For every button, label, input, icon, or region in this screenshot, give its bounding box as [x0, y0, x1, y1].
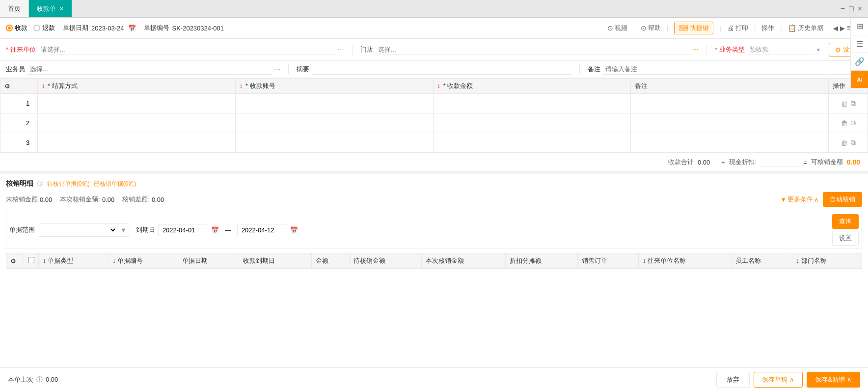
row1-amount[interactable] — [433, 94, 631, 113]
row3-notes[interactable] — [631, 133, 829, 153]
summary-input[interactable] — [311, 64, 571, 75]
divider4: | — [754, 25, 756, 32]
row1-account-input[interactable] — [236, 94, 433, 113]
done-tab[interactable]: 已核销单据(0笔) — [94, 180, 136, 188]
row1-notes[interactable] — [631, 94, 829, 113]
row2-settlement-input[interactable] — [38, 113, 235, 133]
table-gear-header[interactable]: ⚙ — [0, 79, 18, 94]
row2-notes[interactable] — [631, 113, 829, 133]
history-btn[interactable]: 📋 历史单据 — [788, 24, 823, 32]
help-btn[interactable]: ⊙ 帮助 — [641, 24, 661, 32]
business-type-input[interactable] — [747, 44, 814, 55]
row2-amount[interactable] — [433, 113, 631, 133]
sidebar-link-icon[interactable]: 🔗 — [851, 53, 868, 71]
row2-amount-input[interactable] — [434, 113, 631, 133]
print-btn[interactable]: 🖨 打印 — [727, 24, 748, 32]
query-button[interactable]: 查询 — [832, 214, 859, 229]
tab-home[interactable]: 首页 — [0, 0, 29, 17]
discount-input[interactable] — [760, 157, 799, 167]
row3-settlement[interactable] — [38, 133, 236, 153]
range-dropdown-icon[interactable]: ▼ — [117, 224, 130, 236]
row1-copy-icon[interactable]: ⧉ — [851, 99, 856, 108]
store-input[interactable] — [375, 44, 690, 55]
counterpart-more-icon[interactable]: ··· — [338, 45, 344, 54]
more-conditions-label: 更多条件 — [787, 195, 813, 204]
window-min-icon[interactable]: − — [841, 4, 845, 13]
row3-copy-icon[interactable]: ⧉ — [851, 139, 856, 147]
range-select-wrap: ▼ — [38, 223, 130, 237]
row2-settlement[interactable] — [38, 113, 236, 133]
row1-settlement-input[interactable] — [38, 94, 235, 113]
row2-copy-icon[interactable]: ⧉ — [851, 119, 856, 127]
abandon-button[interactable]: 放弃 — [716, 372, 750, 388]
save-new-button[interactable]: 保存&新增 ∧ — [807, 372, 860, 388]
salesman-more-icon[interactable]: ··· — [274, 65, 280, 74]
date-from-field: 到期日 📅 — [136, 224, 219, 236]
summary-field: 摘要 — [297, 64, 571, 75]
window-close-icon[interactable]: × — [858, 4, 862, 13]
counterpart-input[interactable] — [38, 44, 336, 55]
row2-delete-icon[interactable]: 🗑 — [841, 119, 848, 127]
tab-close-icon[interactable]: × — [60, 5, 63, 12]
date-icon[interactable]: 📅 — [128, 25, 136, 32]
form-row-2: 业务员 ··· 摘要 备注 — [0, 61, 868, 78]
date-to-calendar-icon[interactable]: 📅 — [290, 226, 298, 234]
row1-delete-icon[interactable]: 🗑 — [841, 100, 848, 108]
row3-delete-icon[interactable]: 🗑 — [841, 139, 848, 147]
row3-account-input[interactable] — [236, 133, 433, 152]
shortcut-btn[interactable]: ⌨ 快捷键 — [674, 22, 713, 34]
radio-refund-dot — [33, 25, 40, 31]
row3-amount[interactable] — [433, 133, 631, 153]
nav-left-icon[interactable]: ◀ — [833, 25, 838, 32]
window-max-icon[interactable]: □ — [849, 4, 854, 13]
row2-account-input[interactable] — [236, 113, 433, 133]
business-type-dropdown-icon[interactable]: ▼ — [816, 47, 821, 53]
save-draft-button[interactable]: 保存草稿 ∧ — [754, 372, 803, 388]
radio-receive[interactable]: 收款 — [6, 24, 27, 32]
due-label: 到期日 — [136, 225, 155, 234]
sidebar-table-icon[interactable]: ⊞ — [851, 18, 868, 35]
radio-refund[interactable]: 退款 — [33, 24, 55, 32]
row3-amount-input[interactable] — [434, 133, 631, 152]
verify-settings-label: 设置 — [839, 234, 852, 242]
range-select[interactable] — [38, 224, 117, 236]
sidebar-list-icon[interactable]: ☰ — [851, 35, 868, 53]
bottom-gear-header[interactable]: ⚙ — [6, 253, 24, 269]
auto-clear-button[interactable]: 自动核销 — [823, 192, 862, 207]
row1-notes-input[interactable] — [631, 94, 828, 113]
date-from-input[interactable] — [158, 224, 207, 236]
video-btn[interactable]: ⊙ 视频 — [607, 24, 627, 32]
select-all-checkbox[interactable] — [28, 257, 34, 263]
verify-settings-button[interactable]: 设置 — [832, 231, 859, 246]
business-type-label: * 业务类型 — [715, 45, 745, 54]
save-draft-arrow-icon: ∧ — [789, 376, 794, 383]
row2-account[interactable] — [235, 113, 433, 133]
verify-help-icon[interactable]: ⓘ — [37, 180, 43, 188]
date-to-input[interactable] — [237, 224, 286, 236]
more-conditions-btn[interactable]: ▼ 更多条件 ∧ — [780, 195, 819, 204]
sidebar-ai-icon[interactable]: Ai — [851, 71, 868, 88]
row1-amount-input[interactable] — [434, 94, 631, 113]
sep3 — [288, 64, 289, 74]
row2-notes-input[interactable] — [631, 113, 828, 133]
row1-account[interactable] — [235, 94, 433, 113]
store-more-icon[interactable]: ··· — [692, 45, 699, 54]
nav-right-icon[interactable]: ▶ — [840, 25, 845, 32]
notes-input[interactable] — [602, 64, 862, 75]
tab-bar-right: − □ × — [841, 4, 868, 13]
current-stat: 本次核销金额: 0.00 — [60, 195, 114, 204]
row3-account[interactable] — [235, 133, 433, 153]
row3-settlement-input[interactable] — [38, 133, 235, 152]
date-label: 单据日期 — [63, 24, 88, 32]
footer-help-icon[interactable]: ⓘ — [36, 375, 43, 384]
row3-notes-input[interactable] — [631, 133, 828, 152]
operation-btn[interactable]: 操作 — [761, 24, 774, 32]
row1-settlement[interactable] — [38, 94, 236, 113]
pending-tab[interactable]: 待核销单据(0笔) — [47, 180, 90, 188]
salesman-input[interactable] — [27, 64, 272, 75]
bottom-checkbox-header[interactable] — [24, 253, 39, 269]
date-from-calendar-icon[interactable]: 📅 — [211, 226, 219, 234]
tab-active[interactable]: 收款单 × — [29, 0, 72, 17]
equals-sign: = — [803, 159, 807, 166]
row3-ops-group: 🗑 ⧉ — [829, 139, 868, 147]
